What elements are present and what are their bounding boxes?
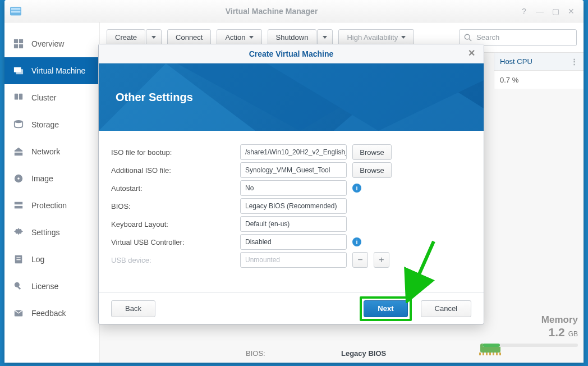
svg-rect-28: [483, 353, 484, 355]
svg-line-25: [469, 39, 471, 41]
ha-button[interactable]: High Availability: [338, 29, 414, 46]
svg-point-24: [465, 34, 470, 39]
svg-rect-4: [19, 39, 23, 43]
svg-rect-9: [15, 94, 18, 100]
modal-footer: Back Next Cancel: [99, 292, 484, 324]
create-dropdown[interactable]: [146, 29, 162, 46]
usb-controller-label: Virtual USB Controller:: [111, 238, 240, 246]
table-header-host-cpu[interactable]: Host CPU ⋮: [494, 53, 584, 71]
minimize-button[interactable]: —: [533, 4, 546, 18]
help-button[interactable]: ?: [517, 4, 531, 18]
column-label: Host CPU: [500, 57, 532, 66]
next-highlight: Next: [360, 296, 411, 321]
svg-rect-6: [19, 44, 23, 48]
keyboard-label: Keyboard Layout:: [111, 220, 240, 228]
close-icon[interactable]: ✕: [468, 49, 478, 59]
network-icon: [13, 147, 24, 157]
autostart-label: Autostart:: [111, 184, 240, 193]
next-button[interactable]: Next: [364, 300, 407, 317]
sidebar-item-virtual-machine[interactable]: Virtual Machine: [4, 57, 99, 84]
bios-select[interactable]: Legacy BIOS (Recommended): [240, 198, 347, 214]
sidebar-item-image[interactable]: Image: [4, 165, 99, 192]
svg-rect-5: [14, 44, 18, 48]
info-icon[interactable]: i: [352, 237, 361, 246]
back-button[interactable]: Back: [111, 300, 155, 317]
usb-device-label: USB device:: [111, 256, 240, 264]
svg-rect-8: [16, 69, 24, 74]
bg-detail-rows: BIOS:Legacy BIOS Running Host:linuxhint-…: [246, 345, 387, 363]
memory-bar: [483, 344, 578, 347]
window-title: Virtual Machine Manager: [28, 7, 515, 16]
shutdown-button[interactable]: Shutdown: [268, 29, 317, 46]
titlebar: Virtual Machine Manager ? — ▢ ✕: [4, 0, 584, 22]
svg-rect-3: [14, 39, 18, 43]
usb-device-select: Unmounted: [240, 252, 347, 268]
remove-usb-button[interactable]: −: [352, 252, 368, 268]
memory-panel: Memory 1.1.2 GB: [483, 314, 578, 347]
sidebar-item-label: Settings: [31, 228, 60, 237]
svg-point-21: [15, 282, 20, 287]
cluster-icon: [13, 93, 24, 103]
create-vm-modal: Create Virtual Machine ✕ Other Settings …: [98, 44, 484, 324]
search-icon: [464, 34, 472, 42]
addl-iso-select[interactable]: Synology_VMM_Guest_Tool: [240, 162, 347, 178]
svg-rect-19: [16, 257, 20, 258]
sidebar-item-cluster[interactable]: Cluster: [4, 84, 99, 111]
iso-browse-button[interactable]: Browse: [352, 144, 392, 160]
sidebar-item-log[interactable]: Log: [4, 246, 99, 273]
sidebar-item-license[interactable]: License: [4, 273, 99, 300]
sidebar-item-label: Storage: [31, 120, 59, 129]
sidebar: Overview Virtual Machine Cluster Storage…: [4, 22, 100, 363]
addl-iso-browse-button[interactable]: Browse: [352, 162, 392, 178]
close-button[interactable]: ✕: [564, 4, 578, 18]
sidebar-item-network[interactable]: Network: [4, 138, 99, 165]
sidebar-item-label: Network: [31, 147, 60, 156]
info-icon[interactable]: i: [352, 184, 361, 193]
memory-value: 1.1.2 GB: [483, 326, 578, 339]
shutdown-dropdown[interactable]: [317, 29, 333, 46]
search-input[interactable]: Search: [459, 29, 577, 46]
chevron-down-icon: [401, 36, 406, 39]
addl-iso-label: Additional ISO file:: [111, 166, 240, 175]
action-button[interactable]: Action: [217, 29, 261, 46]
sidebar-item-storage[interactable]: Storage: [4, 111, 99, 138]
sidebar-item-settings[interactable]: Settings: [4, 219, 99, 246]
svg-rect-2: [11, 11, 21, 12]
create-button[interactable]: Create: [107, 29, 145, 46]
autostart-select[interactable]: No: [240, 180, 347, 196]
svg-rect-33: [499, 353, 501, 355]
sidebar-item-label: Protection: [31, 201, 67, 210]
sidebar-item-label: Overview: [31, 39, 64, 48]
storage-icon: [13, 120, 24, 130]
add-usb-button[interactable]: +: [374, 252, 389, 268]
svg-rect-27: [479, 353, 481, 355]
chevron-down-icon: [249, 36, 254, 39]
usb-controller-select[interactable]: Disabled: [240, 234, 347, 250]
svg-rect-15: [15, 202, 22, 205]
svg-rect-31: [493, 353, 494, 355]
sidebar-item-label: Feedback: [31, 309, 66, 318]
sidebar-item-label: License: [31, 282, 58, 291]
sidebar-item-overview[interactable]: Overview: [4, 30, 99, 57]
memory-title: Memory: [483, 314, 578, 326]
sidebar-item-protection[interactable]: Protection: [4, 192, 99, 219]
connect-label: Connect: [176, 33, 203, 42]
cancel-button[interactable]: Cancel: [421, 300, 471, 317]
iso-select[interactable]: /share1/Win10_20H2_v2_English_x64.iso: [240, 144, 347, 160]
sidebar-item-feedback[interactable]: Feedback: [4, 300, 99, 327]
action-label: Action: [225, 33, 245, 42]
gear-icon: [13, 227, 24, 237]
modal-titlebar: Create Virtual Machine ✕: [99, 44, 484, 63]
maximize-button[interactable]: ▢: [549, 4, 562, 18]
connect-button[interactable]: Connect: [167, 29, 211, 46]
modal-title-text: Create Virtual Machine: [249, 49, 334, 58]
keyboard-select[interactable]: Default (en-us): [240, 216, 347, 232]
shutdown-label: Shutdown: [276, 33, 309, 42]
svg-rect-10: [19, 94, 22, 100]
column-menu-icon[interactable]: ⋮: [571, 57, 578, 66]
svg-rect-1: [11, 8, 21, 10]
license-icon: [13, 281, 24, 291]
app-icon: [10, 7, 21, 16]
svg-rect-32: [496, 353, 498, 355]
svg-point-14: [17, 177, 20, 180]
